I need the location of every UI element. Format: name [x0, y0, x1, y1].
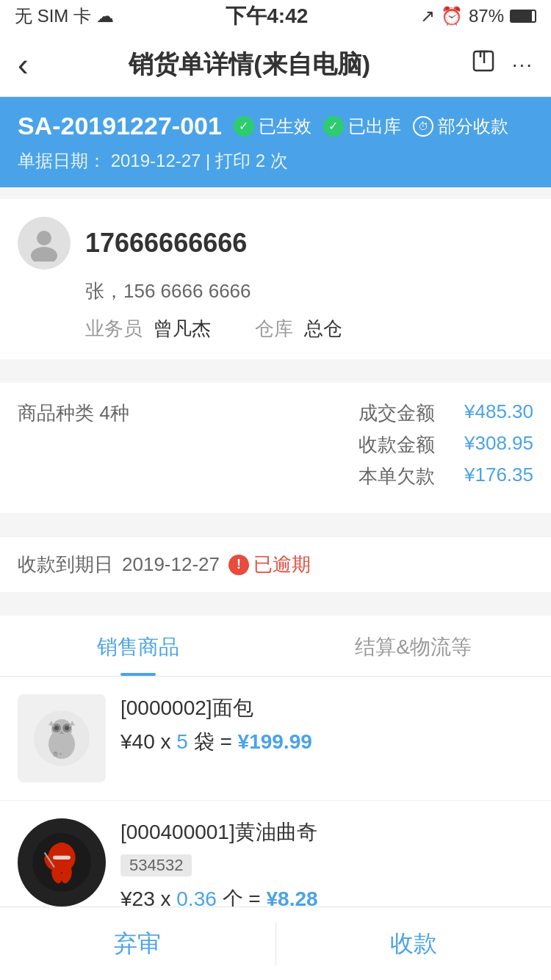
- print-separator: |: [206, 151, 215, 170]
- product-info-bread: [0000002]面包 ¥40 x 5 袋 = ¥199.99: [120, 694, 533, 756]
- share-icon[interactable]: [471, 48, 497, 81]
- print-count-value: 2: [256, 151, 265, 170]
- tabs-section: 销售商品 结算&物流等: [0, 616, 551, 677]
- location-icon: ↗: [420, 6, 435, 26]
- date-label: 单据日期：: [18, 151, 106, 170]
- separator-1: [0, 359, 551, 371]
- svg-point-2: [37, 231, 51, 245]
- tab-settlement-label: 结算&物流等: [355, 635, 472, 658]
- sales-info: 业务员 曾凡杰: [85, 316, 211, 342]
- customer-row: 17666666666: [18, 217, 533, 270]
- date-value: 2019-12-27: [111, 151, 201, 170]
- tab-settlement[interactable]: 结算&物流等: [276, 616, 551, 676]
- order-id-row: SA-20191227-001 ✓ 已生效 ✓ 已出库 ⏱ 部分收款: [18, 112, 533, 140]
- customer-section: 17666666666 张，156 6666 6666 业务员 曾凡杰 仓库 总…: [0, 199, 551, 359]
- check-effected-icon: ✓: [234, 116, 254, 137]
- category-label: 商品种类: [18, 402, 94, 424]
- svg-point-9: [54, 726, 59, 730]
- svg-text:鲁+: 鲁+: [53, 751, 62, 757]
- customer-name: 17666666666: [85, 228, 247, 259]
- bread-base-price: ¥40: [120, 730, 155, 753]
- separator-3: [0, 592, 551, 604]
- bread-qty: 5: [176, 730, 188, 753]
- customer-meta: 业务员 曾凡杰 仓库 总仓: [85, 316, 533, 342]
- svg-rect-18: [53, 856, 71, 860]
- due-date-section: 收款到期日 2019-12-27 ! 已逾期: [0, 536, 551, 592]
- nav-left-actions: ‹: [18, 46, 29, 83]
- received-row: 收款金额 ¥308.95: [359, 432, 533, 458]
- nav-right-actions: ···: [471, 48, 533, 81]
- check-shipped-icon: ✓: [323, 116, 344, 137]
- warehouse-value: 总仓: [304, 317, 342, 339]
- sim-label: 无 SIM 卡 ☁: [15, 4, 114, 28]
- deal-amount-row: 成交金额 ¥485.30: [359, 400, 533, 426]
- print-label: 打印: [215, 151, 251, 170]
- battery-icon: [510, 10, 536, 23]
- warehouse-label: 仓库: [255, 317, 293, 339]
- svg-point-3: [31, 247, 57, 262]
- page-title: 销货单详情(来自电脑): [129, 48, 370, 82]
- status-time: 下午4:42: [226, 2, 308, 30]
- battery-label: 87%: [469, 6, 504, 26]
- customer-avatar: [18, 217, 71, 270]
- category-count-value: 4种: [99, 402, 129, 424]
- bread-unit: 袋: [194, 730, 215, 753]
- back-button[interactable]: ‹: [18, 46, 29, 83]
- clock-partial-icon: ⏱: [413, 116, 433, 137]
- confirm-payment-button[interactable]: 收款: [276, 907, 552, 980]
- due-date-label: 收款到期日: [18, 552, 113, 577]
- customer-subinfo: 张，156 6666 6666: [85, 278, 533, 304]
- partial-label: 部分收款: [438, 115, 508, 138]
- tab-sales-products[interactable]: 销售商品: [0, 616, 276, 676]
- received-label: 收款金额: [359, 432, 435, 458]
- product-item: 鲁+ [0000002]面包 ¥40 x 5 袋 = ¥199.99: [0, 677, 551, 801]
- stats-right: 成交金额 ¥485.30 收款金额 ¥308.95 本单欠款 ¥176.35: [359, 400, 533, 495]
- overdue-icon: !: [228, 555, 249, 575]
- deal-amount-label: 成交金额: [359, 400, 435, 426]
- received-value: ¥308.95: [464, 432, 533, 458]
- status-left: 无 SIM 卡 ☁: [15, 4, 114, 28]
- overdue-text: 已逾期: [253, 552, 311, 577]
- more-options-icon[interactable]: ···: [512, 53, 533, 76]
- product-tag-cookie: 534532: [120, 854, 192, 876]
- due-date-value: 2019-12-27: [122, 553, 220, 576]
- order-header: SA-20191227-001 ✓ 已生效 ✓ 已出库 ⏱ 部分收款 单据日期：…: [0, 97, 551, 187]
- stats-left: 商品种类 4种: [18, 400, 129, 426]
- deal-amount-value: ¥485.30: [464, 400, 533, 426]
- svg-point-10: [65, 726, 69, 730]
- warehouse-info: 仓库 总仓: [255, 316, 342, 342]
- balance-label: 本单欠款: [359, 464, 435, 489]
- status-bar: 无 SIM 卡 ☁ 下午4:42 ↗ ⏰ 87%: [0, 0, 551, 32]
- status-effected: ✓ 已生效: [234, 115, 311, 138]
- product-name-cookie: [000400001]黄油曲奇: [120, 818, 533, 846]
- status-partial: ⏱ 部分收款: [413, 115, 508, 138]
- tab-sales-products-label: 销售商品: [97, 635, 179, 658]
- status-right: ↗ ⏰ 87%: [420, 6, 536, 26]
- product-thumb-cookie: [18, 818, 106, 907]
- tabs-row: 销售商品 结算&物流等: [0, 616, 551, 676]
- cancel-button[interactable]: 弃审: [0, 907, 276, 980]
- order-date-row: 单据日期： 2019-12-27 | 打印 2 次: [18, 149, 533, 173]
- product-list: 鲁+ [0000002]面包 ¥40 x 5 袋 = ¥199.99: [0, 677, 551, 932]
- status-shipped: ✓ 已出库: [323, 115, 401, 138]
- product-name-bread: [0000002]面包: [120, 694, 533, 722]
- balance-row: 本单欠款 ¥176.35: [359, 464, 533, 489]
- sales-label: 业务员: [85, 317, 143, 339]
- bread-equals: =: [220, 730, 237, 753]
- effected-label: 已生效: [259, 115, 311, 138]
- nav-bar: ‹ 销货单详情(来自电脑) ···: [0, 32, 551, 97]
- balance-value: ¥176.35: [464, 464, 533, 489]
- bottom-bar: 弃审 收款: [0, 907, 551, 980]
- product-info-cookie: [000400001]黄油曲奇 534532 ¥23 x 0.36 个 = ¥8…: [120, 818, 533, 913]
- sales-value: 曾凡杰: [154, 317, 211, 339]
- bread-total: ¥199.99: [238, 730, 312, 753]
- print-unit-label: 次: [270, 151, 288, 170]
- shipped-label: 已出库: [348, 115, 401, 138]
- bread-multiply: x: [161, 730, 177, 753]
- product-thumb-bread: 鲁+: [18, 694, 106, 782]
- order-id: SA-20191227-001: [18, 112, 222, 140]
- stats-section: 商品种类 4种 成交金额 ¥485.30 收款金额 ¥308.95 本单欠款 ¥…: [0, 383, 551, 513]
- separator-2: [0, 513, 551, 525]
- overdue-badge: ! 已逾期: [228, 552, 311, 577]
- alarm-icon: ⏰: [441, 6, 463, 26]
